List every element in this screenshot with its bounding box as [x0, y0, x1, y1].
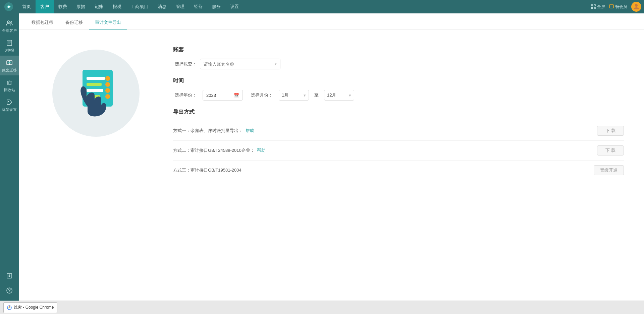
- calendar-icon: 📅: [234, 93, 239, 98]
- time-section-title: 时间: [173, 77, 624, 84]
- sidebar-label-migrate: 账套迁移: [2, 68, 17, 73]
- end-month-value: 12月: [327, 92, 336, 98]
- nav-right: 全屏 畅会员: [591, 2, 641, 12]
- svg-point-36: [105, 94, 110, 99]
- method1-help-link[interactable]: 帮助: [246, 128, 254, 133]
- sidebar-label-all-customers: 全部客户: [2, 28, 17, 33]
- export-method-1-desc: 方式一：余额表、序时账批量导出： 帮助: [173, 128, 597, 134]
- app-logo: [3, 1, 15, 13]
- export-section-title: 导出方式: [173, 109, 624, 116]
- year-label: 选择年份：: [173, 92, 197, 98]
- sidebar-download-icon[interactable]: [0, 270, 19, 282]
- svg-point-33: [105, 76, 110, 81]
- nav-operation[interactable]: 经营: [189, 0, 207, 13]
- nav-fee[interactable]: 收费: [54, 0, 72, 13]
- start-month-value: 1月: [282, 92, 288, 98]
- end-month-select[interactable]: 12月 ▾: [324, 90, 354, 101]
- svg-rect-18: [8, 81, 11, 85]
- method2-help-link[interactable]: 帮助: [257, 148, 266, 153]
- method2-download-btn[interactable]: 下 载: [597, 145, 624, 155]
- svg-point-10: [10, 21, 12, 23]
- account-label: 选择账套：: [173, 61, 197, 67]
- export-method-3-desc: 方式三：审计接口GB/T19581-2004: [173, 167, 594, 173]
- member-btn[interactable]: 畅会员: [609, 4, 627, 10]
- account-section-title: 账套: [173, 46, 624, 53]
- svg-point-8: [635, 4, 638, 7]
- tabs-bar: 数据包迁移 备份迁移 审计文件导出: [19, 13, 644, 29]
- nav-message[interactable]: 消息: [153, 0, 171, 13]
- form-area: 账套 选择账套： ▾ 时间 选择年份： 2023 📅 选择月份: [153, 43, 624, 287]
- svg-point-35: [105, 88, 110, 93]
- sidebar-item-migrate[interactable]: 账套迁移: [0, 56, 19, 75]
- taskbar: 线索 - Google Chrome: [0, 301, 644, 314]
- top-nav: 首页 客户 收费 票据 记账 报税 工商项目 消息 管理 经营 服务 设置 全屏…: [0, 0, 644, 13]
- account-row: 选择账套： ▾: [173, 59, 624, 69]
- member-label: 畅会员: [615, 4, 627, 10]
- svg-rect-5: [594, 7, 595, 9]
- sidebar-label-trash: 回收站: [4, 87, 15, 92]
- fullscreen-label: 全屏: [597, 4, 605, 10]
- svg-point-9: [7, 21, 9, 23]
- sidebar-help-icon[interactable]: [0, 285, 19, 297]
- nav-service[interactable]: 服务: [207, 0, 225, 13]
- sidebar: 全部客户 0申报 账套迁移: [0, 13, 19, 301]
- svg-rect-6: [609, 5, 613, 8]
- method2-text: 方式二：审计接口GB/T24589-2010企业：: [173, 148, 255, 153]
- page-content: 账套 选择账套： ▾ 时间 选择年份： 2023 📅 选择月份: [19, 29, 644, 301]
- illustration-circle: [52, 50, 140, 137]
- tab-data-migrate[interactable]: 数据包迁移: [25, 19, 59, 29]
- nav-home[interactable]: 首页: [17, 0, 36, 13]
- nav-business[interactable]: 工商项目: [126, 0, 153, 13]
- svg-rect-31: [87, 89, 103, 92]
- export-method-3-row: 方式三：审计接口GB/T19581-2004 暂缓开通: [173, 161, 624, 180]
- svg-rect-29: [87, 77, 105, 80]
- nav-settings[interactable]: 设置: [225, 0, 244, 13]
- account-input[interactable]: [204, 62, 275, 67]
- svg-point-27: [9, 292, 10, 292]
- taskbar-chrome-item[interactable]: 线索 - Google Chrome: [3, 302, 57, 313]
- export-method-1-row: 方式一：余额表、序时账批量导出： 帮助 下 载: [173, 121, 624, 141]
- main-layout: 全部客户 0申报 账套迁移: [0, 13, 644, 301]
- fullscreen-btn[interactable]: 全屏: [591, 4, 605, 10]
- taskbar-chrome-label: 线索 - Google Chrome: [14, 305, 54, 310]
- nav-bookkeeping[interactable]: 记账: [90, 0, 108, 13]
- nav-invoice[interactable]: 票据: [72, 0, 90, 13]
- account-select[interactable]: ▾: [200, 59, 280, 69]
- method1-download-btn[interactable]: 下 载: [597, 126, 624, 136]
- start-month-select[interactable]: 1月 ▾: [279, 90, 309, 101]
- year-value: 2023: [206, 93, 216, 98]
- user-avatar[interactable]: [631, 2, 641, 12]
- content-area: 数据包迁移 备份迁移 审计文件导出: [19, 13, 644, 301]
- svg-rect-2: [591, 5, 593, 6]
- sidebar-item-all-customers[interactable]: 全部客户: [0, 16, 19, 36]
- method3-text: 方式三：审计接口GB/T19581-2004: [173, 168, 241, 173]
- svg-rect-4: [591, 7, 593, 9]
- nav-manage[interactable]: 管理: [171, 0, 189, 13]
- nav-tax[interactable]: 报税: [108, 0, 126, 13]
- sidebar-item-tag[interactable]: 标签设置: [0, 95, 19, 115]
- sidebar-item-zero-report[interactable]: 0申报: [0, 36, 19, 56]
- month-label: 选择月份：: [251, 92, 273, 98]
- nav-items: 首页 客户 收费 票据 记账 报税 工商项目 消息 管理 经营 服务 设置: [17, 0, 591, 13]
- export-method-2-row: 方式二：审计接口GB/T24589-2010企业： 帮助 下 载: [173, 141, 624, 161]
- tab-audit-export[interactable]: 审计文件导出: [89, 19, 127, 29]
- export-method-2-desc: 方式二：审计接口GB/T24589-2010企业： 帮助: [173, 147, 597, 153]
- time-to-label: 至: [314, 92, 319, 98]
- method3-pending-btn[interactable]: 暂缓开通: [594, 165, 624, 175]
- svg-rect-30: [87, 83, 102, 86]
- sidebar-label-zero-report: 0申报: [5, 48, 14, 53]
- year-input[interactable]: 2023 📅: [203, 90, 243, 101]
- sidebar-bottom: [0, 270, 19, 301]
- svg-point-1: [8, 6, 10, 8]
- sidebar-label-tag: 标签设置: [2, 107, 17, 112]
- nav-customer[interactable]: 客户: [36, 0, 54, 13]
- tab-backup-migrate[interactable]: 备份迁移: [59, 19, 89, 29]
- end-month-chevron-icon: ▾: [349, 93, 351, 98]
- sidebar-item-trash[interactable]: 回收站: [0, 75, 19, 95]
- method1-text: 方式一：余额表、序时账批量导出：: [173, 128, 243, 133]
- svg-point-34: [105, 82, 110, 87]
- time-row: 选择年份： 2023 📅 选择月份： 1月 ▾ 至 12月 ▾: [173, 90, 624, 101]
- illustration-area: [39, 43, 153, 287]
- svg-point-23: [8, 101, 9, 102]
- start-month-chevron-icon: ▾: [304, 93, 306, 98]
